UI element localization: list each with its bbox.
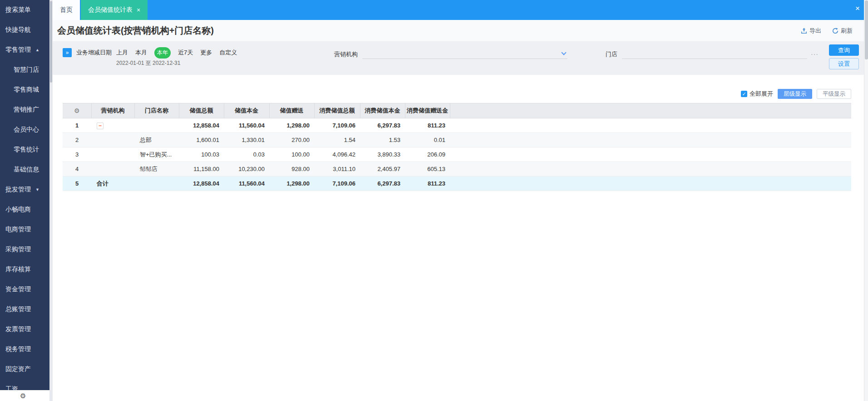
- sidebar-item-smart-store[interactable]: 智慧门店: [0, 60, 53, 80]
- tab-member-stored-value-report[interactable]: 会员储值统计表 ×: [81, 0, 148, 20]
- sidebar-item-quick-nav[interactable]: 快捷导航: [0, 20, 53, 40]
- value-cell-stored-bonus: 1,298.00: [269, 176, 314, 191]
- refresh-icon: [832, 28, 838, 34]
- date-filter-column: 上月本月本年近7天更多自定义 2022-01-01 至 2022-12-31: [116, 47, 237, 67]
- column-header-stored-total[interactable]: 储值总额: [179, 103, 224, 118]
- sidebar-item-procurement-management[interactable]: 采购管理: [0, 240, 53, 259]
- table-row[interactable]: 4邹邹店11,158.0010,230.00928.003,011.102,40…: [63, 162, 851, 176]
- sidebar-scrollbar-thumb[interactable]: [50, 1, 52, 83]
- value-cell-stored-principal: 1,330.01: [224, 133, 269, 147]
- sidebar-item-basic-info[interactable]: 基础信息: [0, 160, 53, 180]
- chevron-down-icon: ▼: [35, 187, 39, 192]
- column-header-filler: [450, 103, 851, 118]
- column-header-org[interactable]: 营销机构: [91, 103, 134, 118]
- sidebar-item-invoice-management[interactable]: 发票管理: [0, 319, 53, 339]
- sidebar-item-inventory-accounting[interactable]: 库存核算: [0, 259, 53, 279]
- sidebar-item-label: 批发管理: [5, 186, 31, 194]
- quick-date-this-year[interactable]: 本年: [154, 47, 171, 59]
- window-scrollbar-thumb[interactable]: [865, 0, 868, 59]
- table-total-row[interactable]: 5合计12,858.0411,560.041,298.007,109.066,2…: [63, 176, 851, 191]
- quick-date-custom[interactable]: 自定义: [219, 49, 237, 57]
- sidebar-item-label: 税务管理: [5, 345, 31, 353]
- stored-value-table: ⚙营销机构门店名称储值总额储值本金储值赠送消费储值总额消费储值本金消费储值赠送金…: [63, 103, 851, 191]
- table-row[interactable]: 1−12,858.0411,560.041,298.007,109.066,29…: [63, 118, 851, 133]
- date-range-value[interactable]: 2022-01-01 至 2022-12-31: [116, 59, 237, 67]
- store-name-cell: 智+已购买...: [134, 147, 179, 162]
- value-cell-consumed-stored-bonus: 811.23: [405, 118, 450, 133]
- column-header-stored-principal[interactable]: 储值本金: [224, 103, 269, 118]
- sidebar-item-general-ledger[interactable]: 总账管理: [0, 299, 53, 319]
- table-row[interactable]: 2总部1,600.011,330.01270.001.541.530.01: [63, 133, 851, 147]
- value-cell-consumed-stored-total: 4,096.42: [314, 147, 360, 162]
- sidebar-item-xiaochang-ecommerce[interactable]: 小畅电商: [0, 200, 53, 220]
- page-title: 会员储值统计表(按营销机构+门店名称): [57, 24, 214, 37]
- quick-date-more[interactable]: 更多: [200, 49, 212, 57]
- column-header-consumed-stored-bonus[interactable]: 消费储值赠送金: [405, 103, 450, 118]
- date-filter-group: 业务增减日期 上月本月本年近7天更多自定义 2022-01-01 至 2022-…: [76, 47, 237, 67]
- value-cell-stored-bonus: 100.00: [269, 147, 314, 162]
- tab-home[interactable]: 首页: [53, 0, 80, 20]
- window-scrollbar[interactable]: [864, 0, 868, 401]
- tab-close-icon[interactable]: ×: [137, 6, 140, 14]
- sidebar-item-search-menu[interactable]: 搜索菜单: [0, 0, 53, 20]
- sidebar-item-tax-management[interactable]: 税务管理: [0, 339, 53, 359]
- value-cell-stored-total: 100.03: [179, 147, 224, 162]
- org-cell: −: [91, 118, 134, 133]
- sidebar-item-label: 零售统计: [14, 146, 39, 154]
- table-row[interactable]: 3智+已购买...100.030.03100.004,096.423,890.3…: [63, 147, 851, 162]
- quick-date-last-7-days[interactable]: 近7天: [178, 49, 193, 57]
- sidebar-item-label: 会员中心: [14, 126, 39, 134]
- org-select-input[interactable]: [362, 49, 567, 59]
- sidebar-item-fund-management[interactable]: 资金管理: [0, 279, 53, 299]
- sidebar-item-marketing-promo[interactable]: 营销推广: [0, 100, 53, 120]
- report-content: ✓ 全部展开 层级显示 平级显示 ⚙营销机构门店名称储值总额储值本金储值赠送消费…: [53, 75, 868, 401]
- close-icon[interactable]: ×: [855, 4, 860, 13]
- row-index: 2: [63, 133, 91, 147]
- sidebar-footer: ⚙: [0, 390, 49, 401]
- sidebar-scrollbar[interactable]: [49, 0, 53, 401]
- row-index: 1: [63, 118, 91, 133]
- collapse-minus-icon[interactable]: −: [97, 122, 104, 129]
- refresh-button[interactable]: 刷新: [832, 27, 853, 35]
- flat-display-button[interactable]: 平级显示: [817, 89, 851, 99]
- date-filter-label: 业务增减日期: [76, 47, 112, 67]
- sidebar-item-label: 发票管理: [5, 325, 31, 333]
- column-settings-gear-icon[interactable]: ⚙: [74, 107, 80, 114]
- sidebar-items: 搜索菜单快捷导航零售管理▲智慧门店零售商城营销推广会员中心零售统计基础信息批发管…: [0, 0, 53, 399]
- tab-bar: 首页 会员储值统计表 × ×: [53, 0, 868, 20]
- filler-cell: [450, 118, 851, 133]
- store-name-cell: [134, 118, 179, 133]
- query-button[interactable]: 查询: [829, 44, 859, 56]
- settings-button[interactable]: 设置: [829, 58, 859, 69]
- column-header-consumed-stored-principal[interactable]: 消费储值本金: [360, 103, 405, 118]
- sidebar-item-ecommerce-management[interactable]: 电商管理: [0, 220, 53, 240]
- hierarchy-display-button[interactable]: 层级显示: [778, 89, 812, 99]
- column-header-consumed-stored-total[interactable]: 消费储值总额: [314, 103, 360, 118]
- sidebar-item-retail-stats[interactable]: 零售统计: [0, 140, 53, 160]
- filter-expand-button[interactable]: »: [63, 48, 72, 57]
- value-cell-stored-bonus: 928.00: [269, 162, 314, 176]
- sidebar-item-retail-mall[interactable]: 零售商城: [0, 80, 53, 100]
- column-header-stored-bonus[interactable]: 储值赠送: [269, 103, 314, 118]
- store-name-cell: [134, 176, 179, 191]
- value-cell-stored-bonus: 1,298.00: [269, 118, 314, 133]
- quick-date-this-month[interactable]: 本月: [135, 49, 147, 57]
- column-header-store-name[interactable]: 门店名称: [134, 103, 179, 118]
- export-button[interactable]: 导出: [801, 27, 821, 35]
- sidebar-item-retail-management[interactable]: 零售管理▲: [0, 40, 53, 60]
- sidebar-item-label: 快捷导航: [5, 26, 31, 34]
- sidebar-item-label: 资金管理: [5, 285, 31, 293]
- settings-gear-icon[interactable]: ⚙: [20, 392, 26, 399]
- sidebar-item-member-center[interactable]: 会员中心: [0, 120, 53, 140]
- expand-all-checkbox[interactable]: ✓ 全部展开: [741, 90, 773, 98]
- title-bar: 会员储值统计表(按营销机构+门店名称) 导出 刷新: [53, 20, 868, 42]
- org-cell: [91, 147, 134, 162]
- sidebar-item-fixed-assets[interactable]: 固定资产: [0, 359, 53, 379]
- refresh-label: 刷新: [841, 27, 853, 35]
- value-cell-stored-total: 12,858.04: [179, 118, 224, 133]
- tab-active-label: 会员储值统计表: [88, 6, 133, 14]
- store-picker-ellipsis-icon[interactable]: ···: [811, 49, 819, 59]
- sidebar-item-wholesale-management[interactable]: 批发管理▼: [0, 180, 53, 200]
- quick-date-last-month[interactable]: 上月: [116, 49, 128, 57]
- store-input[interactable]: [622, 49, 807, 59]
